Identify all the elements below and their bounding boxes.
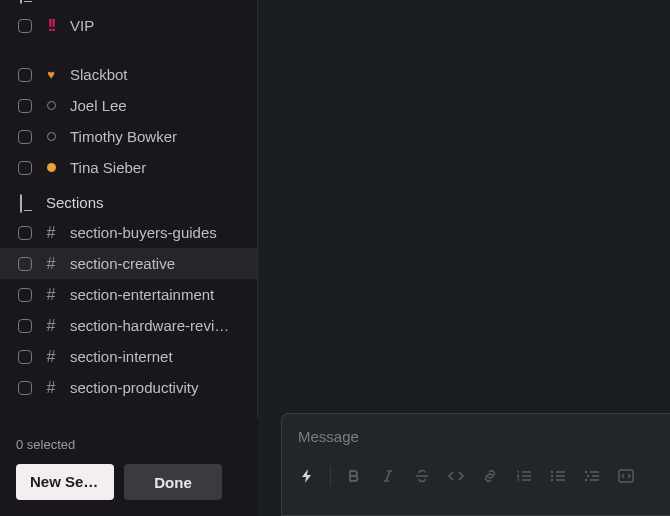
bold-icon[interactable]: [339, 461, 369, 491]
hash-icon: #: [44, 255, 58, 273]
dm-label: Slackbot: [70, 66, 257, 83]
heart-icon: ♥: [44, 67, 58, 82]
sidebar: Sections !! VIP ♥ Slackbot Joel Lee Timo…: [0, 0, 258, 516]
lightning-icon[interactable]: [292, 461, 322, 491]
dm-joel-lee[interactable]: Joel Lee: [0, 90, 257, 121]
dm-label: Timothy Bowker: [70, 128, 257, 145]
checkbox[interactable]: [18, 319, 32, 333]
message-composer: Message: [281, 413, 670, 516]
checkbox[interactable]: [18, 161, 32, 175]
ordered-list-icon[interactable]: [509, 461, 539, 491]
checkbox[interactable]: [18, 130, 32, 144]
link-icon[interactable]: [475, 461, 505, 491]
channel-entertainment[interactable]: # section-entertainment: [0, 279, 257, 310]
channel-label: section-creative: [70, 255, 257, 272]
sections-header[interactable]: Sections: [0, 187, 257, 217]
top-sections-header[interactable]: Sections: [0, 0, 257, 8]
channel-productivity[interactable]: # section-productivity: [0, 372, 257, 403]
toolbar-separator: [330, 466, 331, 486]
hash-icon: #: [44, 286, 58, 304]
exclaim-icon: !!: [44, 17, 58, 35]
channel-label: section-hardware-revi…: [70, 317, 257, 334]
strikethrough-icon[interactable]: [407, 461, 437, 491]
composer-toolbar: [282, 455, 670, 497]
indent-list-icon[interactable]: [577, 461, 607, 491]
hash-icon: #: [44, 224, 58, 242]
new-section-button[interactable]: New Sec…: [16, 464, 114, 500]
dm-slackbot[interactable]: ♥ Slackbot: [0, 59, 257, 90]
sections-label: Sections: [46, 0, 104, 2]
italic-icon[interactable]: [373, 461, 403, 491]
channel-label: section-entertainment: [70, 286, 257, 303]
message-input[interactable]: Message: [282, 414, 670, 455]
dm-label: Tina Sieber: [70, 159, 257, 176]
dm-label: Joel Lee: [70, 97, 257, 114]
checkbox[interactable]: [18, 68, 32, 82]
checkbox[interactable]: [18, 226, 32, 240]
checkbox[interactable]: [18, 350, 32, 364]
channel-hardware-reviews[interactable]: # section-hardware-revi…: [0, 310, 257, 341]
hash-icon: #: [44, 317, 58, 335]
selected-count: 0 selected: [16, 437, 242, 452]
checkbox[interactable]: [18, 381, 32, 395]
sections-label: Sections: [46, 194, 104, 211]
bullet-list-icon[interactable]: [543, 461, 573, 491]
svg-point-0: [551, 471, 553, 473]
svg-point-4: [587, 475, 589, 477]
presence-offline-icon: [44, 132, 58, 141]
group-vip[interactable]: !! VIP: [0, 10, 257, 41]
svg-point-3: [585, 471, 587, 473]
svg-point-5: [585, 479, 587, 481]
presence-offline-icon: [44, 101, 58, 110]
group-label: VIP: [70, 17, 257, 34]
checkbox[interactable]: [18, 19, 32, 33]
hash-icon: #: [44, 379, 58, 397]
channel-internet[interactable]: # section-internet: [0, 341, 257, 372]
channel-label: section-buyers-guides: [70, 224, 257, 241]
sidebar-scroll: Sections !! VIP ♥ Slackbot Joel Lee Timo…: [0, 0, 258, 418]
monitor-icon: [20, 195, 36, 209]
svg-point-2: [551, 479, 553, 481]
dm-tina-sieber[interactable]: Tina Sieber: [0, 152, 257, 183]
code-block-icon[interactable]: [611, 461, 641, 491]
checkbox[interactable]: [18, 288, 32, 302]
checkbox[interactable]: [18, 99, 32, 113]
channel-creative[interactable]: # section-creative: [0, 248, 257, 279]
presence-away-icon: [44, 163, 58, 172]
code-icon[interactable]: [441, 461, 471, 491]
channel-label: section-productivity: [70, 379, 257, 396]
done-button[interactable]: Done: [124, 464, 222, 500]
svg-point-1: [551, 475, 553, 477]
footer-buttons: New Sec… Done: [16, 464, 242, 500]
channel-buyers-guides[interactable]: # section-buyers-guides: [0, 217, 257, 248]
sidebar-footer: 0 selected New Sec… Done: [0, 425, 258, 516]
channel-label: section-internet: [70, 348, 257, 365]
checkbox[interactable]: [18, 257, 32, 271]
dm-timothy-bowker[interactable]: Timothy Bowker: [0, 121, 257, 152]
hash-icon: #: [44, 348, 58, 366]
